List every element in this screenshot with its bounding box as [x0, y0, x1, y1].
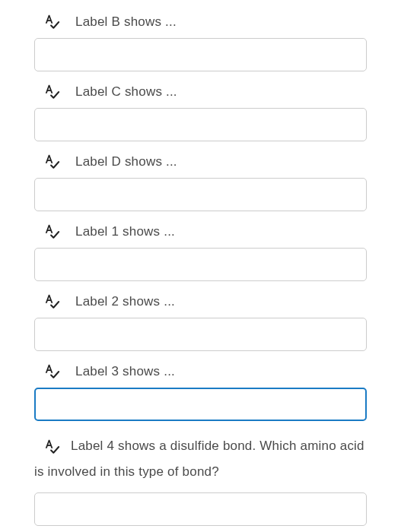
question-prompt-row: Label 4 shows a disulfide bond. Which am…: [34, 427, 367, 492]
question-prompt-row: Label B shows ...: [34, 8, 367, 38]
question-list: Label B shows ...Label C shows ...Label …: [34, 8, 367, 526]
question-label: Label D shows ...: [75, 154, 177, 169]
question-group: Label 4 shows a disulfide bond. Which am…: [34, 427, 367, 526]
question-prompt-row: Label 2 shows ...: [34, 287, 367, 318]
answer-input[interactable]: [34, 318, 367, 351]
question-label: Label 1 shows ...: [75, 224, 175, 239]
spellcheck-icon: [43, 84, 60, 100]
spellcheck-icon: [43, 14, 60, 30]
question-prompt-row: Label C shows ...: [34, 78, 367, 108]
answer-input[interactable]: [34, 388, 367, 421]
question-group: Label 1 shows ...: [34, 217, 367, 281]
answer-input[interactable]: [34, 108, 367, 141]
answer-input[interactable]: [34, 38, 367, 71]
question-label: Label C shows ...: [75, 84, 177, 100]
spellcheck-icon: [43, 154, 60, 170]
question-prompt-row: Label 3 shows ...: [34, 357, 367, 388]
answer-input[interactable]: [34, 178, 367, 211]
question-label: Label 2 shows ...: [75, 294, 175, 309]
question-prompt-row: Label 1 shows ...: [34, 217, 367, 248]
spellcheck-icon: [43, 439, 60, 455]
spellcheck-icon: [43, 293, 60, 310]
question-prompt-row: Label D shows ...: [34, 147, 367, 178]
answer-input[interactable]: [34, 492, 367, 526]
question-group: Label 2 shows ...: [34, 287, 367, 351]
question-group: Label 3 shows ...: [34, 357, 367, 421]
question-label: Label 4 shows a disulfide bond. Which am…: [34, 439, 364, 479]
question-label: Label 3 shows ...: [75, 364, 175, 379]
question-group: Label B shows ...: [34, 8, 367, 71]
question-label: Label B shows ...: [75, 14, 177, 30]
question-group: Label C shows ...: [34, 78, 367, 141]
question-group: Label D shows ...: [34, 147, 367, 211]
spellcheck-icon: [43, 363, 60, 380]
spellcheck-icon: [43, 223, 60, 240]
answer-input[interactable]: [34, 248, 367, 281]
